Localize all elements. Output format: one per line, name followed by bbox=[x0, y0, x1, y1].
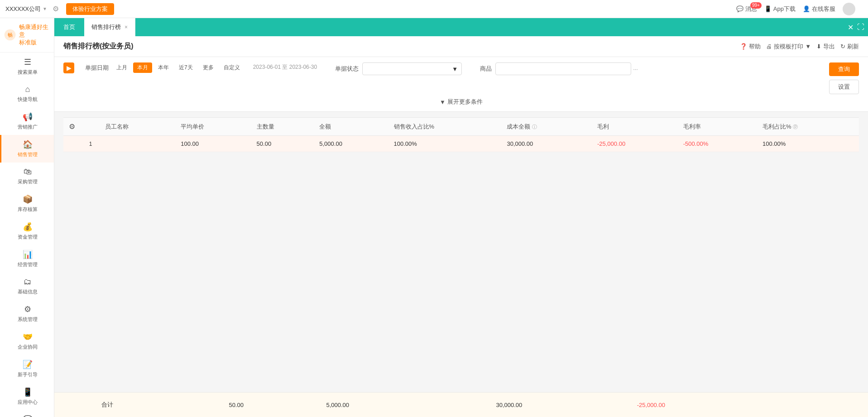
tab-expand-button[interactable]: ⛶ bbox=[857, 23, 864, 31]
sidebar-item-inventory[interactable]: 📦 库存核算 bbox=[0, 190, 54, 217]
tab-sales-ranking[interactable]: 销售排行榜 × bbox=[84, 18, 135, 36]
status-arrow-icon: ▼ bbox=[452, 66, 458, 72]
filter-expand-row: ▼ 展开更多条件 bbox=[63, 98, 859, 106]
sidebar-label-enterprise: 企业协同 bbox=[18, 344, 38, 350]
app-download-button[interactable]: 📱 App下载 bbox=[764, 5, 796, 13]
footer-label: 合计 bbox=[96, 397, 182, 412]
sidebar-item-funds[interactable]: 💰 资金管理 bbox=[0, 217, 54, 245]
app-icon: 📱 bbox=[764, 5, 772, 12]
sidebar-label-funds: 资金管理 bbox=[18, 234, 38, 240]
help-button[interactable]: ❓ 帮助 bbox=[740, 43, 761, 51]
filter-buttons: 查询 设置 bbox=[829, 62, 859, 94]
cost-info-icon: ⓘ bbox=[532, 124, 537, 129]
setting-button[interactable]: 设置 bbox=[829, 80, 859, 94]
filter-item-date: 单据日期 上月 本月 本年 近7天 更多 自定义 bbox=[85, 62, 244, 73]
row-profit-pct: 100.00% bbox=[757, 136, 859, 152]
service-icon: 👤 bbox=[803, 5, 810, 12]
footer-amount: 5,000.00 bbox=[321, 397, 449, 412]
col-sales-pct: 销售收入占比% bbox=[388, 118, 502, 136]
layout: 畅 畅康通好生意 标准版 ☰ 搜索菜单 ⌂ 快捷导航 📢 营销推广 🏠 销售管理… bbox=[0, 18, 868, 417]
service-label: 在线客服 bbox=[812, 5, 835, 13]
refresh-button[interactable]: ↻ 刷新 bbox=[840, 43, 859, 51]
online-service-button[interactable]: 👤 在线客服 bbox=[803, 5, 835, 13]
sidebar-item-search[interactable]: ☰ 搜索菜单 bbox=[0, 53, 54, 80]
sidebar-item-system[interactable]: ⚙ 系统管理 bbox=[0, 300, 54, 327]
row-amount: 5,000.00 bbox=[314, 136, 388, 152]
date-tab-last-month[interactable]: 上月 bbox=[112, 62, 131, 73]
sidebar-item-sales[interactable]: 🏠 销售管理 bbox=[0, 135, 54, 163]
tab-label-sales-ranking: 销售排行榜 bbox=[91, 23, 121, 31]
footer-profit: -25,000.00 bbox=[632, 397, 780, 412]
message-button[interactable]: 💬 消息 99+ bbox=[736, 5, 757, 13]
date-tab-this-year[interactable]: 本年 bbox=[154, 62, 173, 73]
logo-icon: 畅 bbox=[4, 28, 16, 42]
expand-label: 展开更多条件 bbox=[447, 98, 483, 106]
logo-line1: 畅康通好生意 bbox=[19, 24, 50, 39]
company-selector[interactable]: XXXXXX公司 ▼ bbox=[5, 5, 47, 13]
data-table: ⚙ 员工名称 平均单价 主数量 全额 销售收入占比% 成本全额 ⓘ 毛利 bbox=[63, 117, 859, 152]
export-button[interactable]: ⬇ 导出 bbox=[816, 43, 835, 51]
date-tab-last-7days[interactable]: 近7天 bbox=[175, 62, 197, 73]
expand-more-button[interactable]: ▼ 展开更多条件 bbox=[440, 98, 483, 106]
date-tab-this-month[interactable]: 本月 bbox=[133, 62, 152, 73]
table-footer: 合计 50.00 5,000.00 30,000.00 -25,000.00 bbox=[54, 392, 868, 417]
footer-table: 合计 50.00 5,000.00 30,000.00 -25,000.00 bbox=[60, 397, 863, 412]
goods-ellipsis[interactable]: ··· bbox=[633, 66, 638, 72]
col-qty: 主数量 bbox=[251, 118, 314, 136]
avatar[interactable] bbox=[843, 3, 855, 15]
footer-profit-rate-col bbox=[780, 397, 821, 412]
sidebar-item-marketing[interactable]: 📢 营销推广 bbox=[0, 107, 54, 135]
sidebar-item-operations[interactable]: 📊 经营管理 bbox=[0, 245, 54, 273]
sales-icon: 🏠 bbox=[23, 139, 33, 149]
funds-icon: 💰 bbox=[23, 222, 33, 232]
sidebar-label-search: 搜索菜单 bbox=[18, 69, 38, 76]
date-tab-custom[interactable]: 自定义 bbox=[220, 62, 244, 73]
sidebar-item-base[interactable]: 🗂 基础信息 bbox=[0, 273, 54, 300]
row-cost: 30,000.00 bbox=[501, 136, 591, 152]
filter-item-status: 单据状态 ▼ bbox=[335, 62, 462, 75]
refresh-icon: ↻ bbox=[840, 43, 845, 50]
sidebar-label-apps: 应用中心 bbox=[18, 399, 38, 406]
base-icon: 🗂 bbox=[24, 277, 32, 287]
sidebar-logo: 畅 畅康通好生意 标准版 bbox=[0, 18, 54, 53]
sidebar-item-purchase[interactable]: 🛍 采购管理 bbox=[0, 163, 54, 190]
message-icon: 💬 bbox=[736, 5, 743, 12]
sidebar-label-system: 系统管理 bbox=[18, 316, 38, 323]
message-badge: 99+ bbox=[750, 2, 762, 9]
table-settings-col[interactable]: ⚙ bbox=[63, 118, 82, 136]
footer-cost: 30,000.00 bbox=[490, 397, 631, 412]
sidebar-item-shortcut[interactable]: ⌂ 快捷导航 bbox=[0, 80, 54, 107]
date-tab-more[interactable]: 更多 bbox=[199, 62, 218, 73]
query-button[interactable]: 查询 bbox=[829, 62, 859, 76]
sidebar-item-wechat[interactable]: 💬 企业微信 bbox=[0, 410, 54, 417]
print-button[interactable]: 🖨 按模板打印 ▼ bbox=[766, 43, 811, 51]
filter-area: ▶ 单据日期 上月 本月 本年 近7天 更多 自定义 bbox=[54, 57, 868, 112]
company-name: XXXXXX公司 bbox=[5, 5, 41, 13]
sidebar-item-apps[interactable]: 📱 应用中心 bbox=[0, 383, 54, 410]
col-avg-price: 平均单价 bbox=[175, 118, 251, 136]
col-rank bbox=[82, 118, 100, 136]
settings-icon[interactable]: ⚙ bbox=[53, 5, 59, 13]
sidebar-item-enterprise[interactable]: 🤝 企业协同 bbox=[0, 327, 54, 355]
filter-toggle-button[interactable]: ▶ bbox=[63, 62, 74, 73]
tab-bar: 首页 销售排行榜 × ✕ ⛶ bbox=[54, 18, 868, 36]
footer-settings-col bbox=[60, 397, 78, 412]
sidebar-item-guide[interactable]: 📝 新手引导 bbox=[0, 355, 54, 383]
col-employee-name: 员工名称 bbox=[100, 118, 175, 136]
status-select[interactable]: ▼ bbox=[362, 62, 462, 75]
sidebar-label-guide: 新手引导 bbox=[18, 371, 38, 378]
sidebar-label-inventory: 库存核算 bbox=[18, 206, 38, 213]
svg-text:畅: 畅 bbox=[8, 33, 13, 38]
row-settings bbox=[63, 136, 82, 152]
col-cost: 成本全额 ⓘ bbox=[501, 118, 591, 136]
tab-bar-right: ✕ ⛶ bbox=[848, 23, 868, 32]
profit-pct-info-icon: ⓟ bbox=[793, 124, 798, 129]
tab-close-all-button[interactable]: ✕ bbox=[848, 23, 854, 32]
guide-icon: 📝 bbox=[23, 359, 33, 369]
trial-button[interactable]: 体验行业方案 bbox=[66, 3, 114, 15]
page-header: 销售排行榜(按业务员) ❓ 帮助 🖨 按模板打印 ▼ ⬇ 导出 bbox=[54, 36, 868, 57]
row-profit: -25,000.00 bbox=[592, 136, 678, 152]
goods-select[interactable] bbox=[495, 62, 631, 75]
tab-close-button[interactable]: × bbox=[125, 24, 128, 30]
tab-home[interactable]: 首页 bbox=[54, 18, 84, 36]
